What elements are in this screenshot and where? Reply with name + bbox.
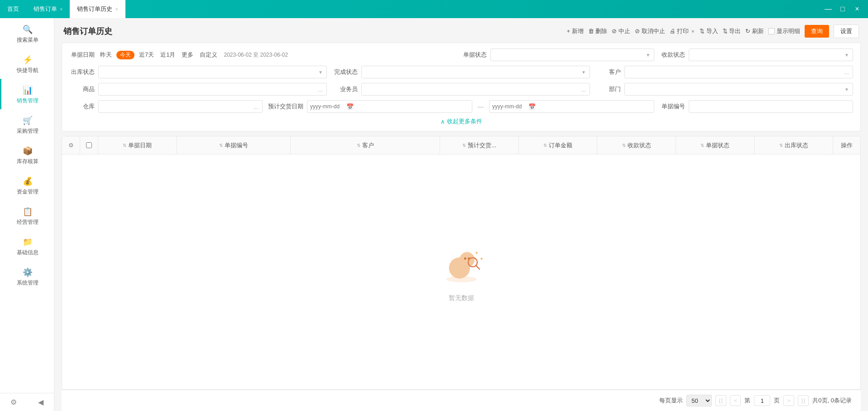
delivery-date-to-cal-icon[interactable]: 📅: [528, 103, 536, 110]
tab-sales-order-history-close[interactable]: ×: [115, 6, 118, 12]
export-label: ⇅ 导出: [723, 27, 741, 35]
last-page-button[interactable]: ⟩⟩: [798, 395, 809, 406]
prev-page-button[interactable]: ＜: [730, 395, 741, 406]
per-page-select[interactable]: 50 20 100: [686, 395, 712, 406]
th-out-status-label: 出库状态: [785, 141, 808, 150]
date-option-today[interactable]: 今天: [116, 51, 134, 59]
date-option-custom[interactable]: 自定义: [198, 50, 219, 60]
new-label: + 新增: [567, 27, 584, 35]
page-number-input[interactable]: [754, 395, 770, 406]
print-button[interactable]: 🖨 打印 ▼: [670, 27, 695, 35]
warehouse-dots: ...: [254, 103, 259, 110]
sidebar-bottom: ⚙ ◀: [0, 393, 54, 411]
basic-info-icon: 📁: [23, 237, 33, 247]
bill-no-input[interactable]: [689, 100, 853, 113]
tab-home-label: 首页: [7, 5, 19, 13]
close-window-button[interactable]: ×: [852, 4, 863, 15]
sidebar-label-operation-mgmt: 经营管理: [17, 218, 38, 226]
sidebar-item-sales-mgmt[interactable]: 📊 销售管理: [0, 79, 54, 109]
th-bill-status-label: 单据状态: [706, 141, 729, 150]
sidebar-collapse-button[interactable]: ◀: [38, 398, 43, 406]
th-date: ⇅ 单据日期: [98, 136, 177, 154]
sidebar-item-basic-info[interactable]: 📁 基础信息: [0, 231, 54, 261]
complete-status-select[interactable]: ▼: [361, 66, 590, 78]
delivery-date-from-input[interactable]: [310, 103, 346, 110]
select-all-checkbox[interactable]: [86, 142, 92, 148]
th-amount-icon: ⇅: [543, 143, 547, 148]
payment-status-arrow-icon: ▼: [844, 53, 849, 58]
stop-button[interactable]: ⊘ 中止: [612, 27, 630, 35]
bill-status-select[interactable]: ▼: [490, 48, 655, 61]
minimize-button[interactable]: —: [823, 4, 834, 15]
sidebar-item-search-menu[interactable]: 🔍 搜索菜单: [0, 18, 54, 48]
th-date-icon: ⇅: [123, 143, 126, 148]
date-option-more[interactable]: 更多: [180, 50, 195, 60]
delete-button[interactable]: 🗑 删除: [588, 27, 608, 35]
next-page-button[interactable]: ＞: [783, 395, 794, 406]
warehouse-select[interactable]: ...: [98, 100, 263, 113]
sidebar-item-system-mgmt[interactable]: ⚙️ 系统管理: [0, 261, 54, 291]
customer-select[interactable]: ...: [624, 66, 853, 78]
page-title: 销售订单历史: [63, 26, 112, 37]
th-gear[interactable]: ⚙: [62, 136, 80, 154]
sidebar-label-inventory: 库存核算: [17, 158, 38, 165]
date-option-yesterday[interactable]: 昨天: [98, 50, 114, 60]
filter-delivery-date: 预计交货日期 📅 — 📅: [268, 100, 655, 113]
delivery-date-from-cal-icon[interactable]: 📅: [346, 103, 354, 110]
purchase-mgmt-icon: 🛒: [23, 116, 33, 126]
salesperson-dots: ...: [581, 86, 586, 93]
tab-home[interactable]: 首页: [0, 0, 26, 18]
new-button[interactable]: + 新增: [567, 27, 584, 35]
delivery-date-to-input[interactable]: [492, 103, 528, 110]
inventory-icon: 📦: [23, 146, 33, 156]
filter-warehouse: 仓库 ...: [69, 100, 263, 113]
delivery-date-from-wrap: 📅: [307, 100, 472, 113]
dept-label: 部门: [595, 85, 621, 93]
delete-label: 🗑 删除: [588, 27, 608, 35]
out-status-select[interactable]: ▼: [98, 66, 327, 78]
bill-status-label: 单据状态: [461, 51, 487, 59]
tab-sales-order-close[interactable]: ×: [60, 6, 62, 12]
export-button[interactable]: ⇅ 导出: [723, 27, 741, 35]
sidebar-item-inventory[interactable]: 📦 库存核算: [0, 140, 54, 170]
capital-mgmt-icon: 💰: [23, 176, 33, 186]
total-info: 共0页, 0条记录: [812, 396, 852, 405]
collapse-row[interactable]: ∧ 收起更多条件: [69, 117, 853, 126]
refresh-button[interactable]: ↻ 刷新: [745, 27, 764, 35]
tab-sales-order[interactable]: 销售订单 ×: [26, 0, 70, 18]
page-label-pre: 第: [744, 396, 750, 405]
sidebar: 🔍 搜索菜单 ⚡ 快捷导航 📊 销售管理 🛒 采购管理 📦 库存核算 💰 资金管…: [0, 18, 54, 411]
filter-row-2: 出库状态 ▼ 完成状态 ▼ 客户 ...: [69, 66, 853, 78]
date-option-1month[interactable]: 近1月: [158, 50, 177, 60]
import-button[interactable]: ⇅ 导入: [700, 27, 718, 35]
cancel-stop-button[interactable]: ⊘ 取消中止: [635, 27, 665, 35]
date-options-row: 昨天 今天 近7天 近1月 更多 自定义 2023-06-02 至 2023-0…: [98, 50, 456, 60]
th-check[interactable]: [80, 136, 98, 154]
sidebar-item-purchase-mgmt[interactable]: 🛒 采购管理: [0, 109, 54, 140]
maximize-button[interactable]: □: [837, 4, 848, 15]
th-number: ⇅ 单据编号: [177, 136, 291, 154]
dept-select[interactable]: ▼: [624, 83, 853, 96]
gear-icon: ⚙: [68, 142, 74, 149]
payment-status-label: 收款状态: [660, 51, 685, 59]
customer-dots: ...: [844, 69, 849, 76]
query-button[interactable]: 查询: [805, 25, 829, 38]
date-range-dash: —: [476, 103, 485, 110]
sidebar-item-operation-mgmt[interactable]: 📋 经营管理: [0, 200, 54, 231]
goods-select[interactable]: ...: [98, 83, 327, 96]
sidebar-item-quick-nav[interactable]: ⚡ 快捷导航: [0, 48, 54, 79]
tab-sales-order-history[interactable]: 销售订单历史 ×: [70, 0, 125, 18]
first-page-button[interactable]: ⟨⟨: [715, 395, 726, 406]
out-status-arrow-icon: ▼: [318, 70, 323, 75]
print-arrow-icon: ▼: [691, 29, 695, 34]
sidebar-item-capital-mgmt[interactable]: 💰 资金管理: [0, 170, 54, 200]
table-area: ⚙ ⇅ 单据日期 ⇅ 单据编号 ⇅ 客户 ⇅: [62, 136, 861, 390]
display-cols-checkbox[interactable]: [768, 28, 775, 34]
date-option-7days[interactable]: 近7天: [137, 50, 156, 60]
salesperson-select[interactable]: ...: [361, 83, 590, 96]
settings-button[interactable]: 设置: [834, 24, 859, 38]
sidebar-settings-button[interactable]: ⚙: [10, 398, 17, 406]
display-cols-toggle[interactable]: 显示明细: [768, 27, 800, 35]
filter-row-4: 仓库 ... 预计交货日期 📅 — 📅: [69, 100, 853, 113]
payment-status-select[interactable]: ▼: [689, 48, 853, 61]
